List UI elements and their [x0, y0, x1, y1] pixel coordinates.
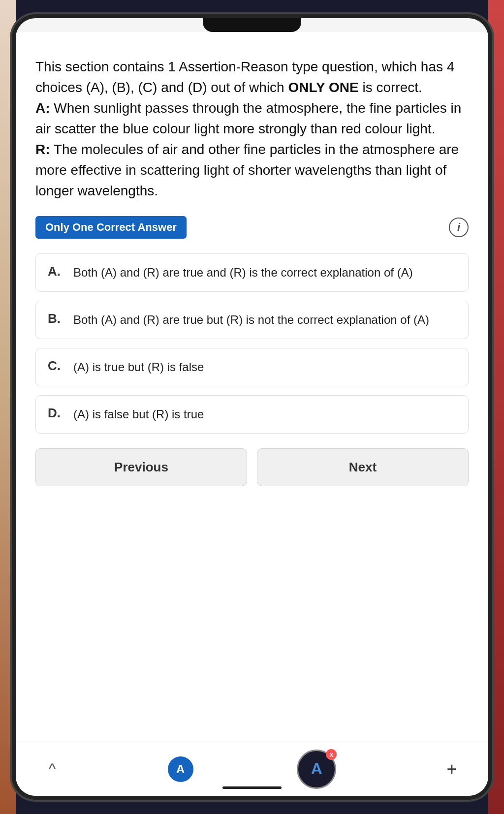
home-indicator [222, 786, 282, 789]
phone-notch [203, 18, 301, 32]
assertion-label: A: [35, 100, 50, 116]
option-d-text: (A) is false but (R) is true [73, 406, 204, 423]
previous-button[interactable]: Previous [35, 448, 247, 486]
answer-type-badge: Only One Correct Answer [35, 216, 187, 239]
badge-row: Only One Correct Answer i [35, 216, 469, 239]
option-c-label: C. [48, 358, 63, 374]
option-d[interactable]: D. (A) is false but (R) is true [35, 395, 469, 434]
question-bold: ONLY ONE [288, 80, 358, 95]
close-badge-icon: x [326, 749, 337, 760]
question-intro-end: is correct. [359, 80, 422, 95]
phone-frame: This section contains 1 Assertion-Reason… [16, 18, 488, 796]
next-button[interactable]: Next [257, 448, 469, 486]
option-d-label: D. [48, 406, 63, 421]
reason-label: R: [35, 142, 50, 157]
reason-text: The molecules of air and other fine part… [35, 142, 459, 198]
close-x-symbol: x [329, 751, 333, 758]
option-a-text: Both (A) and (R) are true and (R) is the… [73, 264, 413, 282]
info-icon-button[interactable]: i [449, 218, 469, 237]
chevron-up-icon[interactable]: ^ [40, 757, 64, 781]
plus-icon[interactable]: + [440, 757, 464, 781]
app-center-letter: A [311, 760, 322, 778]
option-b[interactable]: B. Both (A) and (R) are true but (R) is … [35, 301, 469, 339]
option-c-text: (A) is true but (R) is false [73, 358, 204, 376]
option-a[interactable]: A. Both (A) and (R) are true and (R) is … [35, 253, 469, 292]
info-letter: i [457, 221, 460, 234]
option-a-label: A. [48, 264, 63, 279]
chevron-symbol: ^ [48, 760, 56, 778]
options-list: A. Both (A) and (R) are true and (R) is … [35, 253, 469, 434]
side-decoration-left [0, 0, 16, 814]
content-area: This section contains 1 Assertion-Reason… [16, 32, 488, 755]
side-decoration-right [488, 0, 504, 814]
shield-letter: A [176, 762, 185, 776]
option-b-label: B. [48, 311, 63, 326]
plus-symbol: + [446, 759, 457, 780]
main-app-icon[interactable]: A x [297, 750, 336, 789]
question-body: This section contains 1 Assertion-Reason… [35, 57, 469, 201]
option-c[interactable]: C. (A) is true but (R) is false [35, 348, 469, 386]
nav-buttons-row: Previous Next [35, 448, 469, 486]
assertion-text: When sunlight passes through the atmosph… [35, 100, 461, 136]
shield-app-icon[interactable]: A [168, 756, 193, 782]
option-b-text: Both (A) and (R) are true but (R) is not… [73, 311, 429, 329]
